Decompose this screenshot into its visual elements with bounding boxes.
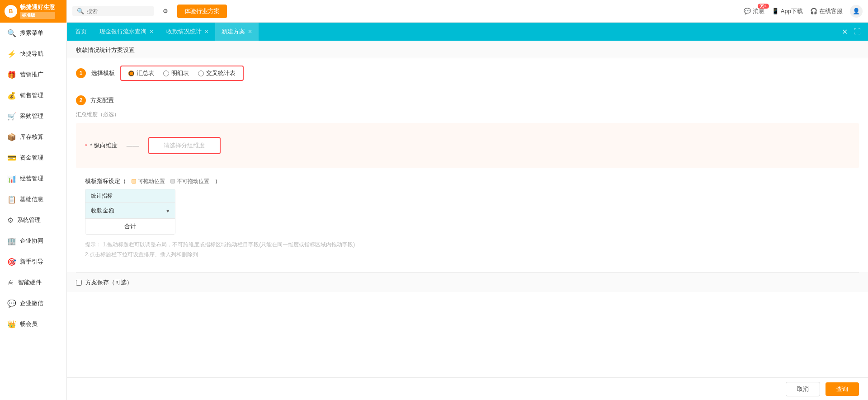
sidebar-item-wechat[interactable]: 💬 企业微信 bbox=[0, 293, 66, 314]
topbar-right: 💬 消息 99+ 📱 App下载 🎧 在线客服 👤 bbox=[744, 5, 863, 18]
sidebar-item-funds[interactable]: 💳 资金管理 bbox=[0, 147, 66, 168]
total-cell: 合计 bbox=[85, 219, 175, 234]
close-window-button[interactable]: ✕ bbox=[839, 26, 850, 37]
tab-bank-close[interactable]: ✕ bbox=[149, 29, 154, 34]
download-icon: 📱 bbox=[772, 8, 779, 14]
messages-button[interactable]: 💬 消息 99+ bbox=[744, 7, 764, 15]
cancel-button[interactable]: 取消 bbox=[786, 382, 820, 396]
sidebar-item-label: 资金管理 bbox=[20, 154, 43, 162]
radio-detail-input[interactable] bbox=[163, 71, 169, 76]
draggable-legend: 可拖动位置 bbox=[132, 178, 165, 185]
step2-header: 2 方案配置 bbox=[76, 95, 859, 105]
tab-new-plan-label: 新建方案 bbox=[222, 28, 245, 36]
maximize-button[interactable]: ⛶ bbox=[852, 26, 863, 37]
tips-section: 提示： 1.拖动标题栏可以调整布局，不可跨维度或指标区域拖动栏目字段(只能在同一… bbox=[76, 235, 859, 265]
radio-cross-input[interactable] bbox=[198, 71, 204, 76]
tab-new-plan-close[interactable]: ✕ bbox=[248, 29, 252, 34]
sidebar-item-search[interactable]: 🔍 搜索菜单 bbox=[0, 23, 66, 43]
total-label: 合计 bbox=[124, 223, 136, 230]
sidebar-item-hardware[interactable]: 🖨 智能硬件 bbox=[0, 272, 66, 293]
sidebar-item-label: 畅会员 bbox=[20, 320, 38, 328]
operations-icon: 📊 bbox=[7, 174, 16, 183]
dimension-section-title: 汇总维度（必选） bbox=[76, 111, 859, 118]
search-input[interactable] bbox=[87, 8, 141, 14]
chevron-down-icon[interactable]: ▾ bbox=[166, 207, 170, 214]
non-draggable-label: 不可拖动位置 bbox=[177, 178, 209, 185]
sidebar-item-enterprise[interactable]: 🏢 企业协同 bbox=[0, 231, 66, 251]
tab-collection-label: 收款情况统计 bbox=[166, 28, 202, 36]
radio-summary[interactable]: 汇总表 bbox=[128, 69, 154, 77]
save-section: 方案保存（可选） bbox=[67, 273, 868, 292]
save-label[interactable]: 方案保存（可选） bbox=[85, 278, 132, 287]
sidebar-item-label: 新手引导 bbox=[20, 258, 43, 266]
tabs-actions: ✕ ⛶ bbox=[839, 26, 866, 37]
logo-text: 畅捷通好生意 bbox=[20, 4, 55, 11]
radio-detail[interactable]: 明细表 bbox=[163, 69, 189, 77]
sidebar-item-label: 搜索菜单 bbox=[20, 29, 43, 37]
topbar: 🔍 ⚙ 体验行业方案 💬 消息 99+ 📱 App下载 🎧 在线客服 👤 bbox=[67, 0, 868, 23]
metrics-section: 模板指标设定（ 可拖动位置 不可拖动位置 bbox=[76, 177, 859, 235]
user-avatar[interactable]: 👤 bbox=[850, 5, 863, 18]
metrics-tables: 统计指标 收款金额 ▾ 合计 bbox=[85, 189, 850, 235]
save-checkbox[interactable] bbox=[76, 280, 82, 286]
sidebar-item-member[interactable]: 👑 畅会员 bbox=[0, 314, 66, 334]
trial-button[interactable]: 体验行业方案 bbox=[177, 5, 227, 18]
metrics-legend: 可拖动位置 不可拖动位置 bbox=[132, 178, 209, 185]
messages-count: 99+ bbox=[758, 4, 769, 9]
main-area: 🔍 ⚙ 体验行业方案 💬 消息 99+ 📱 App下载 🎧 在线客服 👤 首页 bbox=[67, 0, 868, 400]
sidebar-item-label: 系统管理 bbox=[17, 216, 41, 224]
template-options-box: 汇总表 明细表 交叉统计表 bbox=[120, 66, 244, 81]
message-icon: 💬 bbox=[744, 8, 751, 14]
sidebar-item-basic-info[interactable]: 📋 基础信息 bbox=[0, 189, 66, 210]
settings-button[interactable]: ⚙ bbox=[159, 5, 172, 18]
tab-collection[interactable]: 收款情况统计 ✕ bbox=[160, 23, 215, 41]
marketing-icon: 🎁 bbox=[7, 71, 16, 79]
tip1: 提示： 1.拖动标题栏可以调整布局，不可跨维度或指标区域拖动栏目字段(只能在同一… bbox=[85, 240, 850, 250]
collection-amount-cell[interactable]: 收款金额 ▾ bbox=[85, 203, 175, 219]
radio-cross-label: 交叉统计表 bbox=[206, 69, 236, 77]
hardware-icon: 🖨 bbox=[7, 278, 14, 287]
logo-icon: B bbox=[5, 5, 17, 18]
template-section: 1 选择模板 汇总表 明细表 交叉统计表 bbox=[67, 58, 868, 95]
sidebar-item-guide[interactable]: 🎯 新手引导 bbox=[0, 251, 66, 272]
sidebar-item-sales[interactable]: 💰 销售管理 bbox=[0, 85, 66, 106]
search-box[interactable]: 🔍 bbox=[72, 6, 154, 16]
tip2: 2.点击标题栏下拉可设置排序、插入列和删除列 bbox=[85, 250, 850, 260]
sidebar-item-inventory[interactable]: 📦 库存核算 bbox=[0, 127, 66, 147]
tab-home[interactable]: 首页 bbox=[69, 23, 93, 41]
sidebar-item-label: 销售管理 bbox=[20, 91, 43, 99]
collection-amount-label: 收款金额 bbox=[91, 207, 114, 215]
tab-new-plan[interactable]: 新建方案 ✕ bbox=[215, 23, 259, 41]
metrics-close-paren: ） bbox=[215, 177, 221, 185]
search-icon: 🔍 bbox=[7, 29, 16, 38]
config-section: 2 方案配置 汇总维度（必选） * * 纵向维度 —— bbox=[67, 95, 868, 272]
draggable-dot bbox=[132, 179, 136, 184]
radio-detail-label: 明细表 bbox=[171, 69, 189, 77]
radio-cross[interactable]: 交叉统计表 bbox=[198, 69, 236, 77]
metrics-title-text: 模板指标设定（ bbox=[85, 177, 126, 185]
sidebar-item-system[interactable]: ⚙ 系统管理 bbox=[0, 210, 66, 231]
download-button[interactable]: 📱 App下载 bbox=[772, 7, 803, 15]
sidebar-item-quick-nav[interactable]: ⚡ 快捷导航 bbox=[0, 43, 66, 64]
system-icon: ⚙ bbox=[7, 216, 14, 225]
quick-nav-icon: ⚡ bbox=[7, 50, 16, 58]
sidebar-item-label: 采购管理 bbox=[20, 112, 43, 120]
tab-bank[interactable]: 现金银行流水查询 ✕ bbox=[93, 23, 160, 41]
search-icon: 🔍 bbox=[77, 8, 84, 14]
sidebar-item-purchase[interactable]: 🛒 采购管理 bbox=[0, 106, 66, 127]
content-area: 收款情况统计方案设置 1 选择模板 汇总表 明细表 bbox=[67, 41, 868, 377]
radio-summary-input[interactable] bbox=[128, 71, 134, 76]
tab-bar: 首页 现金银行流水查询 ✕ 收款情况统计 ✕ 新建方案 ✕ ✕ ⛶ bbox=[67, 23, 868, 41]
service-icon: 🎧 bbox=[810, 8, 817, 14]
dimension-select[interactable]: 请选择分组维度 bbox=[148, 137, 221, 154]
step2-badge: 2 bbox=[76, 95, 86, 105]
service-button[interactable]: 🎧 在线客服 bbox=[810, 7, 843, 15]
tab-collection-close[interactable]: ✕ bbox=[204, 29, 209, 34]
footer-bar: 取消 查询 bbox=[67, 377, 868, 400]
sidebar-item-operations[interactable]: 📊 经营管理 bbox=[0, 168, 66, 189]
sidebar-item-label: 经营管理 bbox=[20, 174, 43, 183]
sidebar-item-label: 营销推广 bbox=[20, 71, 43, 79]
sidebar-item-marketing[interactable]: 🎁 营销推广 bbox=[0, 64, 66, 85]
query-button[interactable]: 查询 bbox=[826, 382, 859, 396]
draggable-label: 可拖动位置 bbox=[138, 178, 165, 185]
